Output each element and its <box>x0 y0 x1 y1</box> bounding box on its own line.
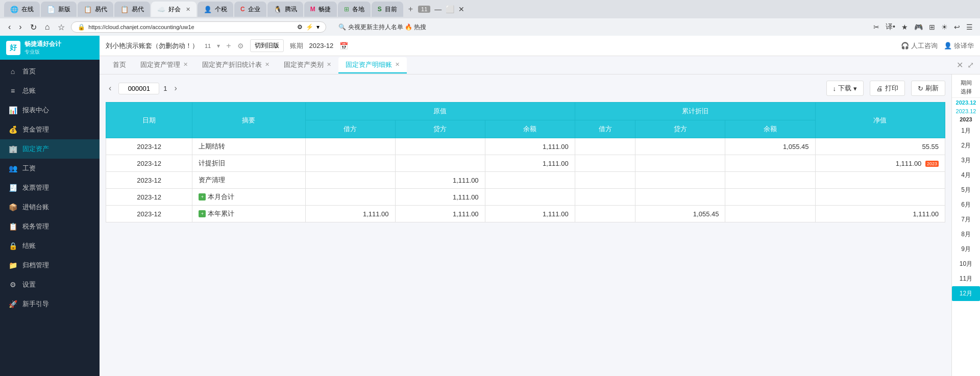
sidebar-logo-line1: 畅捷通好会计 <box>24 40 61 48</box>
scissors-btn[interactable]: ✂ <box>872 22 880 32</box>
page-tab-fixed-assets-mgmt-label: 固定资产管理 <box>140 60 180 69</box>
sidebar-item-settings[interactable]: ⚙ 设置 <box>0 275 100 294</box>
browser-tab-enterprise[interactable]: C 企业 <box>234 2 266 17</box>
tab-count-badge[interactable]: 11 <box>418 6 430 13</box>
next-record-btn[interactable]: › <box>172 83 180 94</box>
sidebar-item-guide[interactable]: 🚀 新手引导 <box>0 294 100 314</box>
print-btn[interactable]: 🖨 打印 <box>870 81 905 96</box>
print-icon: 🖨 <box>876 85 883 92</box>
page-tab-close-1[interactable]: ✕ <box>183 61 188 68</box>
download-btn[interactable]: ↓ 下载 ▾ <box>826 81 864 96</box>
browser-tab-tax[interactable]: 👤 个税 <box>198 2 233 17</box>
home-icon: ⌂ <box>8 67 17 76</box>
period-month-7[interactable]: 7月 <box>952 212 980 227</box>
dropdown-company-icon[interactable]: ▾ <box>217 42 220 49</box>
page-tab-category[interactable]: 固定资产类别 ✕ <box>277 57 338 73</box>
star-btn[interactable]: ★ <box>900 22 909 32</box>
sidebar-item-home[interactable]: ⌂ 首页 <box>0 62 100 81</box>
address-bar[interactable]: 🔒 https://cloud.chanjet.com/accounting/u… <box>71 21 326 33</box>
period-month-5[interactable]: 5月 <box>952 183 980 197</box>
browser-close-btn[interactable]: ✕ <box>457 4 465 14</box>
record-id-input[interactable] <box>118 83 159 94</box>
sidebar-item-fixed-assets[interactable]: 🏢 固定资产 <box>0 139 100 159</box>
page-tab-close-2[interactable]: ✕ <box>265 61 270 68</box>
sun-btn[interactable]: ☀ <box>940 22 949 32</box>
maximize-panel-btn[interactable]: ⤢ <box>967 60 974 70</box>
tab-icon-tax: 👤 <box>204 6 212 13</box>
tab-close-icon[interactable]: ✕ <box>186 6 190 13</box>
search-bar[interactable]: 🔍 央视更新主持人名单 🔥 热搜 <box>338 23 864 32</box>
page-tab-fixed-assets-mgmt[interactable]: 固定资产管理 ✕ <box>133 57 195 73</box>
home-browser-button[interactable]: ⌂ <box>43 21 52 33</box>
sidebar-item-tax[interactable]: 📋 税务管理 <box>0 217 100 236</box>
menu-btn[interactable]: ☰ <box>965 22 974 32</box>
cell-orig-debit-4 <box>305 189 395 206</box>
sidebar-item-invoice[interactable]: 🧾 发票管理 <box>0 178 100 197</box>
sidebar-item-purchase[interactable]: 📦 进销台账 <box>0 197 100 217</box>
add-company-btn[interactable]: + <box>226 41 231 51</box>
user-btn[interactable]: 👤 徐译华 <box>944 41 974 51</box>
browser-tab-tencent[interactable]: 🐧 腾讯 <box>267 2 303 17</box>
period-month-2[interactable]: 2月 <box>952 138 980 153</box>
bookmark-button[interactable]: ☆ <box>56 21 67 33</box>
browser-tab-grid[interactable]: ⊞ 各地 <box>338 2 371 17</box>
switch-version-btn[interactable]: 切到旧版 <box>250 39 284 52</box>
calendar-icon[interactable]: 📅 <box>339 42 348 50</box>
prev-record-btn[interactable]: ‹ <box>106 83 114 94</box>
period-month-10[interactable]: 10月 <box>952 257 980 271</box>
sidebar-item-closing[interactable]: 🔒 结账 <box>0 236 100 256</box>
browser-tab-m[interactable]: M 畅捷 <box>304 2 337 17</box>
settings-company-btn[interactable]: ⚙ <box>237 42 244 50</box>
refresh-data-btn[interactable]: ↻ 刷新 <box>911 81 945 96</box>
tax-icon: 📋 <box>8 222 17 231</box>
browser-tab-online[interactable]: 🌐 在线 <box>4 2 40 17</box>
period-month-1[interactable]: 1月 <box>952 123 980 138</box>
period-month-8[interactable]: 8月 <box>952 227 980 242</box>
sidebar-logo-icon: 好 <box>6 41 20 55</box>
sidebar-item-archive[interactable]: 📁 归档管理 <box>0 256 100 275</box>
cell-summary-4-text: 本月合计 <box>208 192 234 202</box>
browser-tab-new[interactable]: 📄 新版 <box>41 2 77 17</box>
browser-minimize-btn[interactable]: — <box>433 4 443 14</box>
page-tab-home[interactable]: 首页 <box>106 57 133 73</box>
period-month-3[interactable]: 3月 <box>952 153 980 168</box>
tab-icon-online: 🌐 <box>10 6 18 13</box>
back-button[interactable]: ‹ <box>6 21 13 33</box>
period-month-4[interactable]: 4月 <box>952 168 980 183</box>
sidebar-item-reports[interactable]: 📊 报表中心 <box>0 101 100 120</box>
cell-accum-debit-4 <box>575 189 635 206</box>
table-row: 2023-12 计提折旧 1,111.00 1,111.00 2023 <box>106 155 945 172</box>
translate-btn[interactable]: 译• <box>885 21 896 33</box>
funds-icon: 💰 <box>8 125 17 134</box>
forward-button[interactable]: › <box>17 21 23 33</box>
browser-tab-s[interactable]: S 目前 <box>372 2 403 17</box>
browser-tab-new-label: 新版 <box>58 5 70 14</box>
browser-maximize-btn[interactable]: ⬜ <box>445 4 455 14</box>
cell-orig-balance-1: 1,111.00 <box>485 138 575 155</box>
page-tab-close-3[interactable]: ✕ <box>327 61 331 68</box>
period-month-9[interactable]: 9月 <box>952 242 980 257</box>
browser-tab-yidai2[interactable]: 📋 易代 <box>114 2 150 17</box>
new-tab-button[interactable]: + <box>404 5 417 14</box>
sidebar-item-payroll[interactable]: 👥 工资 <box>0 159 100 178</box>
browser-tab-active[interactable]: ☁️ 好会 ✕ <box>151 2 197 17</box>
sidebar-item-ledger[interactable]: ≡ 总账 <box>0 81 100 101</box>
period-month-11[interactable]: 11月 <box>952 271 980 286</box>
period-month-6[interactable]: 6月 <box>952 197 980 212</box>
sidebar-item-funds[interactable]: 💰 资金管理 <box>0 120 100 139</box>
close-panel-btn[interactable]: ✕ <box>957 60 963 70</box>
page-tab-depreciation[interactable]: 固定资产折旧统计表 ✕ <box>195 57 277 73</box>
page-tab-close-4[interactable]: ✕ <box>395 61 400 68</box>
game-btn[interactable]: 🎮 <box>913 22 924 32</box>
grid-btn[interactable]: ⊞ <box>928 22 936 32</box>
cell-date-5: 2023-12 <box>106 206 192 222</box>
dropdown-icon[interactable]: ▾ <box>316 23 320 31</box>
refresh-button[interactable]: ↻ <box>28 21 39 33</box>
period-month-12[interactable]: 12月 <box>952 286 980 301</box>
help-btn[interactable]: 🎧 人工咨询 <box>901 41 938 51</box>
company-name: 刘小艳演示账套（勿删勿动！） <box>106 41 199 51</box>
undo-btn[interactable]: ↩ <box>953 22 961 32</box>
sidebar-item-guide-label: 新手引导 <box>22 299 49 309</box>
browser-tab-yidai1[interactable]: 📋 易代 <box>78 2 113 17</box>
page-tab-detail-ledger[interactable]: 固定资产明细账 ✕ <box>338 57 407 73</box>
